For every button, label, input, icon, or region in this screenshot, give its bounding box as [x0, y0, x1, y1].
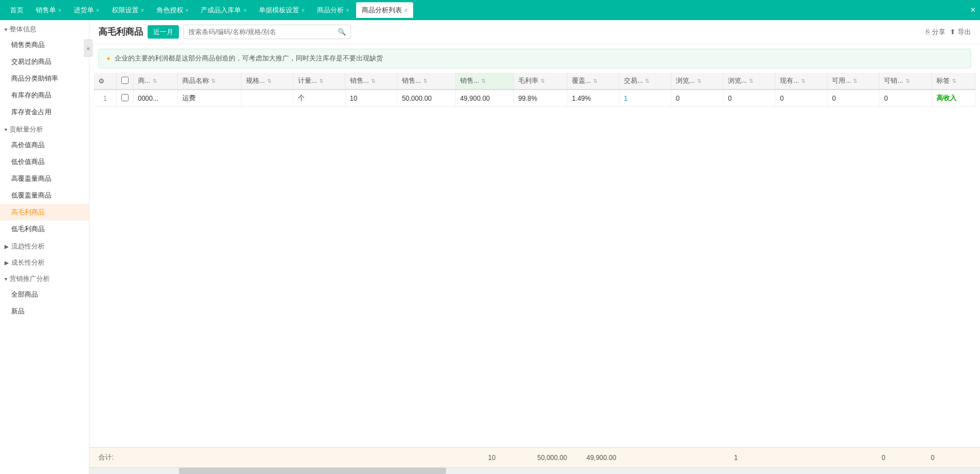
col-browse2-header[interactable]: 浏览... ⇅	[723, 73, 775, 90]
tab-template[interactable]: 单据模板设置 ×	[253, 2, 310, 18]
export-icon: ⬆	[950, 28, 955, 36]
sidebar-item-low-value[interactable]: 低价值商品	[0, 153, 89, 170]
sidebar-item-low-margin[interactable]: 低毛利商品	[0, 220, 89, 237]
page-title: 高毛利商品	[98, 26, 143, 38]
close-icon[interactable]: ×	[141, 7, 144, 13]
sidebar-group-growth[interactable]: ▶ 成长性分析	[0, 254, 89, 270]
search-box[interactable]: 🔍	[183, 25, 351, 39]
sidebar-group-overall[interactable]: ▾ 整体信息	[0, 20, 89, 36]
col-settings[interactable]: ⚙	[94, 73, 116, 90]
row-sales-qty: 10	[345, 90, 397, 107]
goods-table: ⚙ 商... ⇅ 商品名称	[94, 73, 976, 107]
col-unit-header[interactable]: 计量... ⇅	[293, 73, 345, 90]
sort-icon: ⇅	[267, 78, 272, 84]
tab-sales[interactable]: 销售单 ×	[30, 2, 67, 18]
row-index: 1	[94, 90, 116, 107]
footer-cover-rate-spacer	[680, 456, 725, 460]
row-checkbox-cell[interactable]	[116, 90, 133, 107]
col-sales-cost-header[interactable]: 销售... ⇅	[455, 73, 513, 90]
col-spec-header[interactable]: 规格... ⇅	[241, 73, 293, 90]
row-tag: 高收入	[931, 90, 975, 107]
share-icon: ⎘	[926, 28, 930, 36]
row-browse1: 0	[671, 90, 723, 107]
close-icon[interactable]: ×	[186, 7, 189, 13]
filter-recent-month-button[interactable]: 近一月	[148, 25, 179, 39]
top-nav: 首页 销售单 × 进货单 × 权限设置 × 角色授权 × 产成品入库单 × 单据…	[0, 0, 980, 20]
col-cover-rate-header[interactable]: 覆盖... ⇅	[567, 73, 619, 90]
sidebar-item-category-rate[interactable]: 商品分类助销率	[0, 70, 89, 87]
sidebar-item-traded-goods[interactable]: 交易过的商品	[0, 53, 89, 70]
col-checkbox[interactable]	[116, 73, 133, 90]
sort-icon: ⇅	[749, 78, 754, 84]
col-stock3-header[interactable]: 可销... ⇅	[879, 73, 931, 90]
row-stock2: 0	[827, 90, 879, 107]
close-icon[interactable]: ×	[243, 7, 247, 13]
close-icon[interactable]: ×	[404, 7, 408, 13]
tab-role[interactable]: 角色授权 ×	[151, 2, 195, 18]
footer-browse1-spacer	[779, 456, 823, 460]
row-checkbox[interactable]	[121, 94, 129, 101]
share-button[interactable]: ⎘ 分享	[926, 27, 945, 37]
tab-permission[interactable]: 权限设置 ×	[106, 2, 150, 18]
sidebar-item-sales-goods[interactable]: 销售类商品	[0, 36, 89, 53]
sort-icon: ⇅	[481, 78, 486, 84]
sidebar-item-high-margin[interactable]: 高毛利商品	[0, 204, 89, 220]
sidebar-item-all-goods[interactable]: 全部商品	[0, 286, 89, 303]
sidebar: ▾ 整体信息 销售类商品 交易过的商品 商品分类助销率 有库存的商品 库存资金占…	[0, 20, 89, 474]
sidebar-item-new-goods[interactable]: 新品	[0, 303, 89, 320]
close-icon[interactable]: ×	[96, 7, 100, 13]
table-row: 1 0000... 运费 个 10 50,000.00 49,900.00 99…	[94, 90, 976, 107]
row-stock1: 0	[775, 90, 827, 107]
sidebar-item-high-value[interactable]: 高价值商品	[0, 137, 89, 153]
export-button[interactable]: ⬆ 导出	[950, 27, 971, 37]
sidebar-collapse-button[interactable]: «	[84, 39, 93, 57]
col-name-header[interactable]: 商品名称 ⇅	[177, 73, 241, 90]
tab-goods-analysis-list[interactable]: 商品分析列表 ×	[356, 2, 413, 18]
close-icon[interactable]: ×	[346, 7, 349, 13]
col-gross-rate-header[interactable]: 毛利率 ⇅	[513, 73, 567, 90]
sidebar-group-marketing[interactable]: ▾ 营销推广分析	[0, 270, 89, 286]
info-icon: ✦	[106, 55, 111, 63]
close-icon[interactable]: ×	[58, 7, 61, 13]
sort-icon: ⇅	[853, 78, 858, 84]
window-close-button[interactable]: ×	[970, 5, 976, 15]
sort-icon: ⇅	[906, 78, 910, 84]
sidebar-item-stock-goods[interactable]: 有库存的商品	[0, 87, 89, 104]
trade-count-link[interactable]: 1	[624, 95, 628, 102]
sidebar-item-stock-capital[interactable]: 库存资金占用	[0, 104, 89, 120]
tab-goods-analysis[interactable]: 商品分析 ×	[311, 2, 355, 18]
col-sales-qty-header[interactable]: 销售... ⇅	[345, 73, 397, 90]
col-trade-count-header[interactable]: 交易... ⇅	[619, 73, 671, 90]
tab-purchase[interactable]: 进货单 ×	[68, 2, 105, 18]
sidebar-item-low-coverage[interactable]: 低覆盖量商品	[0, 187, 89, 204]
chevron-right-icon: ▶	[4, 243, 9, 250]
col-browse1-header[interactable]: 浏览... ⇅	[671, 73, 723, 90]
col-tag-header[interactable]: 标签 ⇅	[931, 73, 975, 90]
sort-icon: ⇅	[541, 78, 545, 84]
content-area: 高毛利商品 近一月 🔍 ⎘ 分享 ⬆ 导出 ✦ 企业的主	[89, 20, 980, 474]
row-stock3: 0	[879, 90, 931, 107]
sidebar-group-trend[interactable]: ▶ 流趋性分析	[0, 237, 89, 254]
search-icon[interactable]: 🔍	[338, 28, 346, 36]
close-icon[interactable]: ×	[301, 7, 305, 13]
sidebar-item-high-coverage[interactable]: 高覆盖量商品	[0, 170, 89, 187]
footer-trade-count: 1	[730, 452, 774, 464]
col-code-header[interactable]: 商... ⇅	[133, 73, 177, 90]
search-input[interactable]	[188, 28, 338, 36]
footer-gross-rate-spacer	[631, 456, 676, 460]
chevron-down-icon: ▾	[4, 126, 7, 133]
tab-product-inbound[interactable]: 产成品入库单 ×	[195, 2, 252, 18]
col-sales-amt-header[interactable]: 销售... ⇅	[397, 73, 455, 90]
col-stock2-header[interactable]: 可用... ⇅	[827, 73, 879, 90]
col-stock1-header[interactable]: 现有... ⇅	[775, 73, 827, 90]
chevron-down-icon: ▾	[4, 276, 7, 282]
footer-stock1: 0	[877, 452, 922, 464]
scrollbar-thumb[interactable]	[179, 468, 446, 474]
select-all-checkbox[interactable]	[121, 77, 129, 84]
horizontal-scrollbar[interactable]	[89, 467, 980, 474]
main-layout: « ▾ 整体信息 销售类商品 交易过的商品 商品分类助销率 有库存的商品 库存资…	[0, 20, 980, 474]
footer-sales-qty: 10	[484, 452, 528, 464]
sidebar-group-contribution[interactable]: ▾ 贡献量分析	[0, 120, 89, 137]
sort-icon: ⇅	[423, 78, 428, 84]
tab-home[interactable]: 首页	[4, 2, 29, 18]
